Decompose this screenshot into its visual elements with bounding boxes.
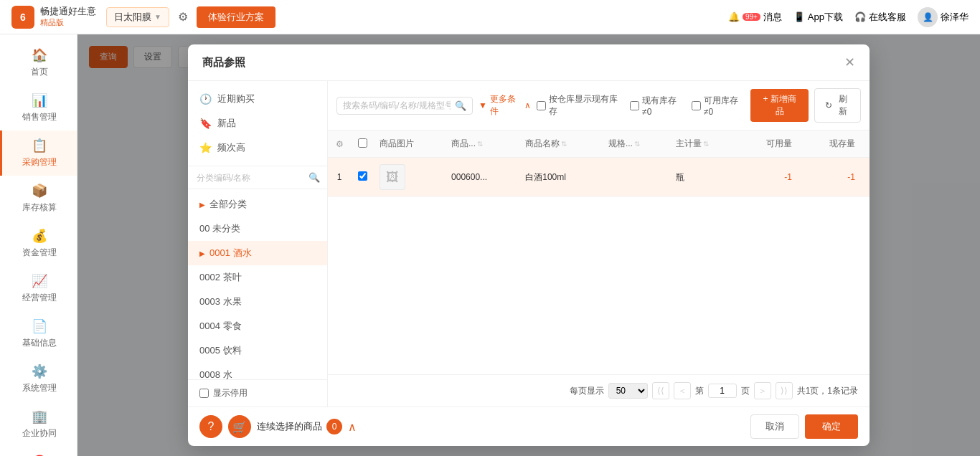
total-pages-info: 共1页，1条记录 [797, 385, 858, 397]
sidebar-item-label: 经营管理 [22, 292, 57, 304]
row-checkbox-cell[interactable] [351, 158, 374, 197]
modal-body: 🕐 近期购买 🔖 新品 ⭐ 频次高 [188, 81, 870, 407]
operations-icon: 📈 [32, 273, 47, 289]
notification-badge: 99+ [743, 13, 760, 21]
online-service-label: 在线客服 [869, 11, 906, 24]
per-page-select[interactable]: 50 10 20 100 [608, 383, 648, 399]
home-icon: 🏠 [32, 47, 47, 63]
sidebar-item-label: 企业协同 [22, 427, 57, 440]
category-label: 0001 酒水 [209, 247, 252, 260]
warehouse-checkbox[interactable] [537, 101, 546, 110]
prev-page-button[interactable]: ＜ [674, 382, 691, 399]
row-checkbox[interactable] [358, 171, 367, 181]
tab-frequent[interactable]: ⭐ 频次高 [188, 136, 327, 160]
row-image-cell: 🖼 [374, 158, 446, 197]
experience-button[interactable]: 体验行业方案 [197, 6, 275, 28]
filter-button[interactable]: ▼ 更多条件 ∧ [479, 93, 531, 118]
product-search-input[interactable] [343, 100, 451, 110]
category-uncategorized[interactable]: 00 未分类 [188, 217, 327, 241]
select-all-checkbox[interactable] [358, 138, 367, 148]
category-tea[interactable]: 0002 茶叶 [188, 265, 327, 290]
show-disabled-checkbox[interactable] [199, 389, 209, 398]
col-stock: 现存量 [798, 130, 870, 158]
right-panel: 🔍 ▼ 更多条件 ∧ 按仓库显示现有库存 [328, 81, 870, 407]
refresh-button[interactable]: ↻ 刷新 [814, 88, 861, 123]
sidebar-item-sales[interactable]: 📊 销售管理 [0, 85, 77, 130]
sidebar-item-system[interactable]: ⚙️ 系统管理 [0, 356, 77, 402]
col-name[interactable]: 商品名称⇅ [519, 130, 603, 158]
selected-count-badge: 0 [326, 419, 342, 434]
category-liquor[interactable]: ▶ 0001 酒水 [188, 241, 327, 265]
left-tabs: 🕐 近期购买 🔖 新品 ⭐ 频次高 [188, 81, 327, 166]
sidebar-item-inventory[interactable]: 📦 库存核算 [0, 176, 77, 221]
col-unit[interactable]: 主计量⇅ [670, 130, 740, 158]
category-list: ▶ 全部分类 00 未分类 ▶ 0001 酒水 0002 茶 [188, 189, 327, 379]
show-disabled-label: 显示停用 [213, 387, 248, 399]
category-search-input[interactable] [197, 173, 304, 183]
sidebar-item-operations[interactable]: 📈 经营管理 [0, 266, 77, 311]
stock-ne0-filter[interactable]: 现有库存≠0 [630, 95, 683, 117]
left-panel: 🕐 近期购买 🔖 新品 ⭐ 频次高 [188, 81, 328, 407]
help-icon-btn[interactable]: ? [199, 415, 222, 438]
modal-footer: ? 🛒 连续选择的商品 0 ∧ 取消 确定 [188, 407, 870, 446]
sidebar-item-guide[interactable]: 🎯 新手引导 [0, 447, 77, 456]
sidebar-item-label: 基础信息 [22, 337, 57, 349]
avail-ne0-filter[interactable]: 可用库存≠0 [692, 95, 745, 117]
store-selector[interactable]: 日太阳膜 ▼ [106, 7, 169, 27]
gear-icon[interactable]: ⚙ [178, 10, 188, 24]
category-water[interactable]: 0008 水 [188, 363, 327, 379]
table-row[interactable]: 1 🖼 000600... 白酒100ml [328, 158, 870, 197]
stock-ne0-label: 现有库存≠0 [642, 95, 683, 117]
last-page-button[interactable]: ⟩⟩ [776, 382, 793, 399]
confirm-button[interactable]: 确定 [805, 414, 858, 439]
sales-icon: 📊 [32, 92, 47, 108]
category-label: 全部分类 [209, 198, 247, 211]
sidebar-item-purchase[interactable]: 📋 采购管理 [0, 130, 77, 176]
modal-close-button[interactable]: ✕ [844, 54, 855, 70]
notifications-item[interactable]: 🔔 99+ 消息 [728, 11, 782, 24]
tab-new-label: 新品 [217, 117, 236, 130]
sidebar-item-enterprise[interactable]: 🏢 企业协同 [0, 402, 77, 447]
sidebar-item-home[interactable]: 🏠 首页 [0, 40, 77, 85]
next-page-button[interactable]: ＞ [754, 382, 771, 399]
new-icon: 🔖 [199, 118, 212, 129]
sidebar-item-label: 销售管理 [22, 111, 57, 123]
online-service-item[interactable]: 🎧 在线客服 [854, 11, 906, 24]
sidebar: 🏠 首页 📊 销售管理 📋 采购管理 📦 库存核算 💰 资金管理 📈 经营管理 … [0, 34, 77, 456]
sidebar-item-finance[interactable]: 💰 资金管理 [0, 221, 77, 266]
user-item[interactable]: 👤 徐泽华 [918, 7, 969, 27]
refresh-icon: ↻ [825, 100, 832, 110]
right-toolbar: 🔍 ▼ 更多条件 ∧ 按仓库显示现有库存 [328, 81, 870, 130]
app-download-item[interactable]: 📱 App下载 [793, 11, 843, 24]
category-beverages[interactable]: 0005 饮料 [188, 338, 327, 363]
add-product-button[interactable]: + 新增商品 [750, 89, 809, 122]
stock-ne0-checkbox[interactable] [630, 101, 639, 110]
category-snacks[interactable]: 0004 零食 [188, 314, 327, 338]
first-page-button[interactable]: ⟨⟨ [652, 382, 669, 399]
avail-ne0-label: 可用库存≠0 [704, 95, 745, 117]
cancel-button[interactable]: 取消 [750, 414, 799, 439]
tab-recent[interactable]: 🕐 近期购买 [188, 87, 327, 111]
col-settings-icon[interactable]: ⚙ [336, 139, 344, 149]
row-unit: 瓶 [670, 158, 740, 197]
system-icon: ⚙️ [32, 364, 47, 379]
category-all[interactable]: ▶ 全部分类 [188, 192, 327, 217]
modal-title: 商品参照 [202, 56, 245, 70]
purchase-icon: 📋 [32, 138, 47, 153]
search-icon: 🔍 [308, 172, 320, 183]
cart-icon-btn[interactable]: 🛒 [228, 415, 251, 438]
refresh-label: 刷新 [835, 93, 850, 118]
category-fruit[interactable]: 0003 水果 [188, 290, 327, 314]
sidebar-item-label: 系统管理 [22, 382, 57, 394]
page-input[interactable] [708, 384, 737, 398]
avail-ne0-checkbox[interactable] [692, 101, 701, 110]
sidebar-item-basic[interactable]: 📄 基础信息 [0, 311, 77, 356]
col-code[interactable]: 商品...⇅ [446, 130, 519, 158]
tab-new[interactable]: 🔖 新品 [188, 111, 327, 136]
warehouse-filter[interactable]: 按仓库显示现有库存 [537, 93, 621, 118]
row-spec [603, 158, 670, 197]
category-label: 0004 零食 [199, 320, 242, 333]
collapse-icon[interactable]: ∧ [348, 420, 357, 434]
col-spec[interactable]: 规格...⇅ [603, 130, 670, 158]
col-available: 可用量 [740, 130, 798, 158]
